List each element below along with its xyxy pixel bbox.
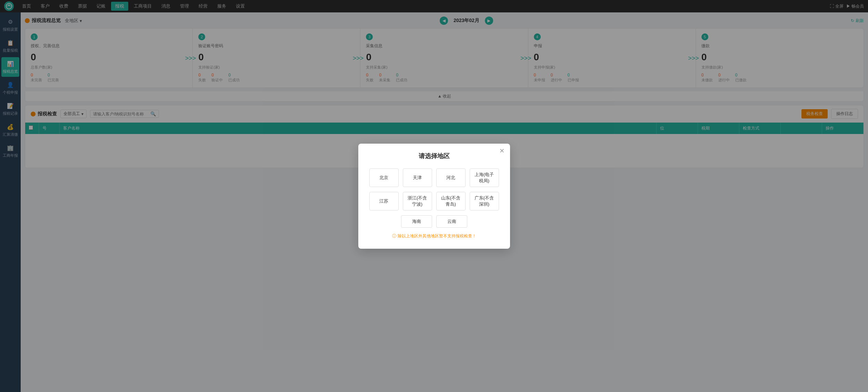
- region-grid-row3: 海南 云南: [369, 215, 499, 228]
- region-btn-yunnan[interactable]: 云南: [436, 215, 467, 228]
- region-btn-jiangsu[interactable]: 江苏: [369, 192, 399, 210]
- region-btn-shandong[interactable]: 山东(不含青岛): [436, 192, 466, 210]
- region-btn-guangdong[interactable]: 广东(不含深圳): [470, 192, 499, 210]
- warning-icon: ⓘ: [392, 233, 396, 239]
- region-btn-tianjin[interactable]: 天津: [403, 168, 432, 187]
- region-select-modal: ✕ 请选择地区 北京 天津 河北 上海(电子税局) 江苏 浙江(不含宁波) 山东…: [358, 144, 510, 249]
- region-grid-row1: 北京 天津 河北 上海(电子税局): [369, 168, 499, 187]
- region-btn-shanghai[interactable]: 上海(电子税局): [470, 168, 499, 187]
- region-btn-hebei[interactable]: 河北: [436, 168, 466, 187]
- region-btn-zhejiang[interactable]: 浙江(不含宁波): [403, 192, 432, 210]
- modal-title: 请选择地区: [369, 152, 499, 160]
- modal-overlay: ✕ 请选择地区 北京 天津 河北 上海(电子税局) 江苏 浙江(不含宁波) 山东…: [0, 0, 868, 392]
- region-btn-hainan[interactable]: 海南: [401, 215, 432, 228]
- modal-warning: ⓘ 除以上地区外其他地区暂不支持报税检查！: [369, 233, 499, 239]
- region-btn-beijing[interactable]: 北京: [369, 168, 399, 187]
- region-grid-row2: 江苏 浙江(不含宁波) 山东(不含青岛) 广东(不含深圳): [369, 192, 499, 210]
- modal-close-btn[interactable]: ✕: [499, 148, 505, 154]
